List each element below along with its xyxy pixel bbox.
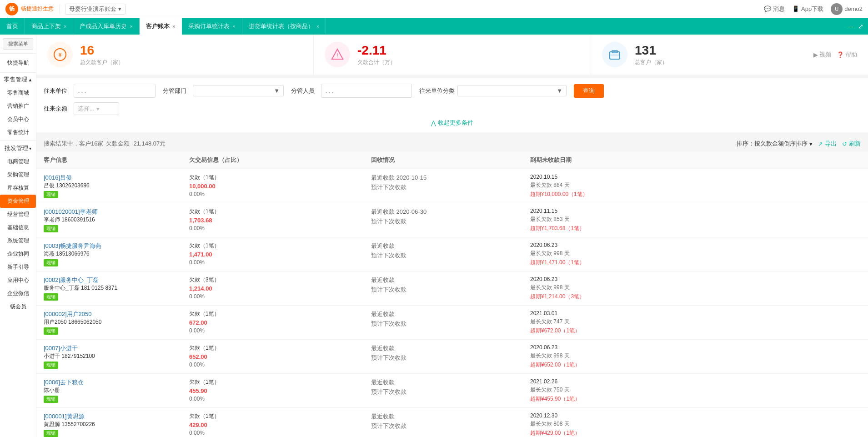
sidebar-item-system-mgmt[interactable]: 系统管理	[0, 234, 36, 247]
sidebar-item-purchase-mgmt[interactable]: 采购管理	[0, 168, 36, 181]
store-selector[interactable]: 母婴行业演示账套 ▾	[65, 4, 125, 15]
table-row: [0003]畅捷服务尹海燕 海燕 18513066976 现销 欠款（1笔） 1…	[36, 237, 868, 271]
recovery-cell-3: 最近收款 预计下次收款	[371, 276, 530, 294]
customer-id-5[interactable]: [0007]小进干	[44, 344, 189, 352]
sidebar-item-basic-info[interactable]: 基础信息	[0, 221, 36, 234]
sidebar-item-app-center[interactable]: 应用中心	[0, 274, 36, 287]
table-row: [0007]小进干 小进干 18279152100 现销 欠款（1笔） 652.…	[36, 340, 868, 374]
tab-product-history[interactable]: 产成品入库单历史 ×	[73, 18, 139, 35]
filter-unit-class: 往来单位分类 ▼	[419, 85, 567, 96]
tabs-controls: — ⤢	[843, 18, 868, 35]
overdue-days-5: 最长欠款 998 天	[530, 352, 861, 360]
dept-select[interactable]: ▼	[193, 85, 284, 96]
source-unit-input[interactable]: ...	[74, 84, 156, 98]
collapse-button[interactable]: ⋀ 收起更多条件	[44, 119, 861, 127]
debt-amount-2[interactable]: 1,471.00	[189, 251, 371, 258]
tab-purchase-order[interactable]: 采购订单统计表 ×	[182, 18, 242, 35]
overdue-amount-7[interactable]: 超期¥429.00（1笔）	[530, 429, 861, 437]
debt-count-1: 欠款（1笔）	[189, 208, 371, 216]
debt-amount-0[interactable]: 10,000.00	[189, 183, 371, 190]
sidebar-item-retail-stat[interactable]: 零售统计	[0, 126, 36, 139]
help-btn[interactable]: ❓ 帮助	[837, 50, 857, 59]
customer-id-1[interactable]: [0001020001]李老师	[44, 208, 189, 216]
close-tab-customer-account[interactable]: ×	[172, 24, 175, 29]
close-tab-stock-stat[interactable]: ×	[316, 24, 319, 29]
unit-class-select[interactable]: ▼	[457, 85, 567, 96]
export-button[interactable]: ↗ 导出	[818, 140, 837, 148]
debt-cell-7: 欠款（1笔） 429.00 0.00%	[189, 412, 371, 436]
overdue-amount-4[interactable]: 超期¥672.00（1笔）	[530, 327, 861, 335]
overdue-amount-5[interactable]: 超期¥652.00（1笔）	[530, 361, 861, 369]
debt-percent-1: 0.00%	[189, 225, 371, 231]
minimize-icon[interactable]: —	[848, 23, 854, 30]
content-area: ¥ 16 总欠款客户（家） ! -2.11 欠款合计（万）	[36, 35, 868, 437]
debt-amount-5[interactable]: 652.00	[189, 353, 371, 360]
debt-amount-1[interactable]: 1,703.68	[189, 217, 371, 224]
debt-amount-4[interactable]: 672.00	[189, 319, 371, 326]
sidebar-item-new-guide[interactable]: 新手引导	[0, 261, 36, 274]
message-btn[interactable]: 💬 消息	[764, 5, 785, 13]
balance-select[interactable]: 选择... ▾	[74, 102, 119, 115]
sidebar-item-marketing[interactable]: 营销推广	[0, 100, 36, 113]
sidebar-item-batch-mgmt[interactable]: 批发管理 ▾	[0, 141, 36, 155]
close-tab-purchase-order[interactable]: ×	[232, 24, 235, 29]
customer-id-2[interactable]: [0003]畅捷服务尹海燕	[44, 242, 189, 250]
close-tab-product-listing[interactable]: ×	[64, 24, 66, 29]
recovery-cell-7: 最近收款 预计下次收款	[371, 412, 530, 430]
video-btn[interactable]: ▶ 视频	[813, 50, 831, 59]
sidebar-item-inventory-check[interactable]: 库存核算	[0, 181, 36, 195]
sidebar-item-retail-mgmt[interactable]: 零售管理 ▲	[0, 73, 36, 86]
filter-manager-label: 分管人员	[291, 87, 318, 95]
app-download-btn[interactable]: 📱 App下载	[792, 5, 823, 13]
tab-stock-stat[interactable]: 进货单统计表（按商品） ×	[242, 18, 326, 35]
customer-id-0[interactable]: [0016]吕俊	[44, 174, 189, 182]
query-button[interactable]: 查询	[574, 84, 604, 98]
customer-id-6[interactable]: [0006]去下粮仓	[44, 378, 189, 387]
filter-row-1: 往来单位 ... 分管部门 ▼ 分管人员 ...	[44, 84, 861, 98]
sidebar-item-business-mgmt[interactable]: 经营管理	[0, 208, 36, 221]
tab-product-listing[interactable]: 商品上下架 ×	[25, 18, 73, 35]
card-label-total-customers: 总客户（家）	[635, 59, 806, 66]
tab-home[interactable]: 首页	[0, 18, 25, 35]
sidebar-item-enterprise-wechat[interactable]: 企业微信	[0, 287, 36, 300]
sort-button[interactable]: 排序：按欠款金额倒序排序 ▾	[737, 140, 813, 148]
sidebar-item-ecommerce[interactable]: 电商管理	[0, 155, 36, 168]
customer-id-3[interactable]: [0002]服务中心_丁磊	[44, 276, 189, 284]
refresh-button[interactable]: ↺ 刷新	[842, 140, 861, 148]
tab-customer-account[interactable]: 客户账本 ×	[140, 18, 182, 35]
maximize-icon[interactable]: ⤢	[858, 23, 863, 30]
close-tab-product-history[interactable]: ×	[130, 24, 132, 29]
recovery-cell-5: 最近收款 预计下次收款	[371, 344, 530, 362]
sidebar-item-retail-mall[interactable]: 零售商城	[0, 86, 36, 100]
debt-amount-7[interactable]: 429.00	[189, 422, 371, 428]
overdue-amount-6[interactable]: 超期¥455.90（1笔）	[530, 395, 861, 403]
user-avatar-btn[interactable]: U demo2	[831, 3, 863, 15]
debt-amount-6[interactable]: 455.90	[189, 387, 371, 394]
table-row: [000001]黄思源 黄思源 13552700226 现销 欠款（1笔） 42…	[36, 408, 868, 437]
dept-arrow-icon: ▼	[274, 87, 280, 94]
debt-amount-3[interactable]: 1,214.00	[189, 285, 371, 292]
search-menu-btn[interactable]: 搜索菜单	[3, 38, 33, 50]
overdue-amount-1[interactable]: 超期¥1,703.68（1笔）	[530, 225, 861, 232]
svg-text:!: !	[336, 52, 338, 59]
sidebar-item-finance-mgmt[interactable]: 资金管理	[0, 195, 36, 208]
sidebar-item-member-center[interactable]: 会员中心	[0, 113, 36, 126]
overdue-amount-0[interactable]: 超期¥10,000.00（1笔）	[530, 191, 861, 198]
debt-count-2: 欠款（1笔）	[189, 242, 371, 250]
results-info: 搜索结果中，客户16家 欠款金额 -21,148.07元	[44, 140, 166, 148]
last-payment-1: 最近收款 2020-06-30	[371, 208, 530, 216]
table-row: [0002]服务中心_丁磊 服务中心_丁磊 181 0125 8371 现销 欠…	[36, 271, 868, 306]
overdue-amount-2[interactable]: 超期¥1,471.00（1笔）	[530, 259, 861, 266]
sort-label: 排序：按欠款金额倒序排序	[737, 140, 808, 148]
customer-id-4[interactable]: [000002]用户2050	[44, 310, 189, 318]
next-payment-0: 预计下次收款	[371, 183, 530, 191]
sidebar-item-quick-nav[interactable]: 快捷导航	[2, 56, 34, 70]
manager-input[interactable]: ...	[321, 84, 412, 98]
debt-percent-7: 0.00%	[189, 430, 371, 436]
due-cell-1: 2020.11.15 最长欠款 853 天 超期¥1,703.68（1笔）	[530, 208, 861, 232]
sidebar-item-enterprise-collab[interactable]: 企业协同	[0, 247, 36, 261]
sidebar-item-member-vip[interactable]: 畅会员	[0, 300, 36, 313]
overdue-days-2: 最长欠款 998 天	[530, 250, 861, 257]
customer-id-7[interactable]: [000001]黄思源	[44, 412, 189, 421]
overdue-amount-3[interactable]: 超期¥1,214.00（3笔）	[530, 293, 861, 301]
